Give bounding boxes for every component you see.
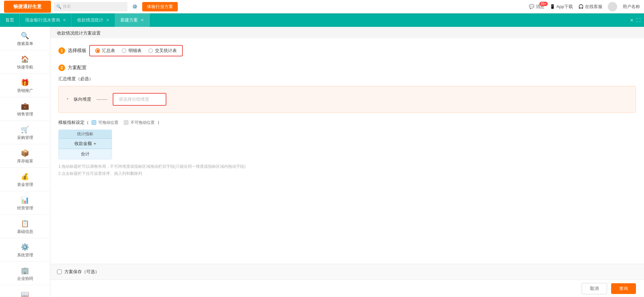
sidebar: 🔍 搜索菜单 🏠 快捷导航 🎁 营销推广 💼 销售管理 🛒 采购管理 📦 库存核… xyxy=(0,27,50,297)
settings-form: 1 选择模板 汇总表 明细表 xyxy=(50,38,644,264)
sidebar-item-finance[interactable]: 💰 资金管理 xyxy=(0,168,50,191)
step2-num: 2 xyxy=(58,64,65,71)
topbar: 畅捷通好生意 🔍 搜索 ⚙️ 体验行业方案 💬 消息 99+ 📱 App下载 🎧… xyxy=(0,0,644,13)
stats-table: 统计指标 收款金额 ▾ 合计 xyxy=(58,130,112,159)
non-draggable-legend-text: 不可拖动位置 xyxy=(130,120,155,126)
step1-label: 1 选择模板 汇总表 明细表 xyxy=(58,45,636,56)
dimension-area: * 纵向维度 —— 请选择分组维度 xyxy=(58,86,636,113)
app-logo: 畅捷通好生意 xyxy=(4,1,51,13)
radio-detail[interactable]: 明细表 xyxy=(122,48,142,54)
sidebar-item-inventory[interactable]: 📦 库存核算 xyxy=(0,144,50,168)
settings-icon[interactable]: ⚙️ xyxy=(130,2,140,11)
nav-tabs: 首页 现金银行流水查询 ✕ 收款情况统计 ✕ 新建方案 ✕ ✕ ⛶ xyxy=(0,13,644,27)
step2-title: 方案配置 xyxy=(68,65,87,71)
stats-table-header-section: 统计指标 xyxy=(59,130,112,139)
avatar[interactable] xyxy=(608,2,617,11)
message-icon: 💬 xyxy=(529,4,534,9)
radio-summary-dot xyxy=(95,48,100,53)
sales-icon: 💼 xyxy=(21,102,29,110)
tab-cashflow-close[interactable]: ✕ xyxy=(63,18,66,22)
step1-num: 1 xyxy=(58,47,65,54)
tab-new-plan[interactable]: 新建方案 ✕ xyxy=(115,13,150,27)
template-options-box: 汇总表 明细表 交叉统计表 xyxy=(89,45,183,56)
tab-cashflow[interactable]: 现金银行流水查询 ✕ xyxy=(20,13,72,27)
tab-receivables-close[interactable]: ✕ xyxy=(106,18,109,22)
footer: 取消 查询 xyxy=(50,280,644,297)
draggable-legend-text: 可拖动位置 xyxy=(98,120,118,126)
sidebar-item-enterprise[interactable]: 🏢 企业协同 xyxy=(0,262,50,285)
expand-icon[interactable]: ⛶ xyxy=(636,18,641,23)
tip-2: 2.点击标题栏下拉可设置排序、插入列和删除列 xyxy=(58,171,636,177)
basic-info-icon: 📋 xyxy=(21,219,29,228)
online-service-button[interactable]: 🎧 在线客服 xyxy=(578,4,602,10)
stats-table-area: 统计指标 收款金额 ▾ 合计 xyxy=(58,130,636,160)
step2-label: 2 方案配置 xyxy=(58,64,636,71)
save-label: 方案保存（可选） xyxy=(64,269,99,275)
step2-section: 2 方案配置 汇总维度（必选） * 纵向维度 —— 请选择分组维度 xyxy=(58,64,636,181)
service-icon: 🎧 xyxy=(578,4,584,9)
stats-table-header-label: 统计指标 xyxy=(77,132,93,136)
cancel-button[interactable]: 取消 xyxy=(582,283,607,294)
tab-home[interactable]: 首页 xyxy=(0,13,20,27)
trial-button[interactable]: 体验行业方案 xyxy=(142,2,178,11)
username: 用户名称 xyxy=(623,4,640,10)
dimension-select[interactable]: 请选择分组维度 xyxy=(113,93,166,106)
operations-icon: 📊 xyxy=(21,196,29,204)
sidebar-item-system[interactable]: ⚙️ 系统管理 xyxy=(0,238,50,262)
sidebar-item-basic-info[interactable]: 📋 基础信息 xyxy=(0,215,50,238)
tip-1: 1.拖动标题栏可以调整布局，不可跨维度或指标区域拖动栏目字段(只能在同一维度或指… xyxy=(58,164,636,169)
query-button[interactable]: 查询 xyxy=(611,283,636,294)
quick-nav-icon: 🏠 xyxy=(21,55,29,63)
radio-summary[interactable]: 汇总表 xyxy=(95,48,115,54)
dimension-section-title: 汇总维度（必选） xyxy=(58,76,636,82)
radio-cross-dot xyxy=(148,48,153,53)
content-area: 收款情况统计方案设置 1 选择模板 汇总表 xyxy=(50,27,644,297)
sidebar-item-marketing[interactable]: 🎁 营销推广 xyxy=(0,74,50,97)
metrics-setting-label: 模板指标设定（ 可拖动位置 不可拖动位置 ） xyxy=(58,119,636,126)
column-header-cell[interactable]: 收款金额 ▾ xyxy=(59,139,112,149)
enterprise-icon: 🏢 xyxy=(21,266,29,275)
sidebar-item-purchase[interactable]: 🛒 采购管理 xyxy=(0,121,50,144)
stats-total-row: 合计 xyxy=(59,149,112,159)
sidebar-item-guide[interactable]: 📖 新手引导 xyxy=(0,285,50,297)
sidebar-item-operations[interactable]: 📊 经营管理 xyxy=(0,191,50,215)
row-dimension-label: 纵向维度 xyxy=(74,96,91,102)
config-section: 汇总维度（必选） * 纵向维度 —— 请选择分组维度 模 xyxy=(58,76,636,181)
search-menu-icon: 🔍 xyxy=(21,32,29,40)
draggable-legend-box xyxy=(92,120,96,125)
sidebar-item-sales[interactable]: 💼 销售管理 xyxy=(0,97,50,121)
finance-icon: 💰 xyxy=(21,172,29,181)
draggable-legend: 可拖动位置 xyxy=(92,120,118,126)
non-draggable-legend: 不可拖动位置 xyxy=(124,120,155,126)
download-icon: 📱 xyxy=(550,4,555,9)
message-button[interactable]: 💬 消息 99+ xyxy=(529,4,544,10)
search-icon: 🔍 xyxy=(56,4,61,9)
tips-section: 1.拖动标题栏可以调整布局，不可跨维度或指标区域拖动栏目字段(只能在同一维度或指… xyxy=(58,160,636,181)
close-window-icon[interactable]: ✕ xyxy=(630,18,634,23)
inventory-icon: 📦 xyxy=(21,149,29,157)
metrics-section: 模板指标设定（ 可拖动位置 不可拖动位置 ） xyxy=(58,119,636,160)
step1-section: 1 选择模板 汇总表 明细表 xyxy=(58,45,636,56)
dropdown-arrow-icon: ▾ xyxy=(94,142,96,146)
required-star: * xyxy=(67,97,68,102)
sidebar-item-quick-nav[interactable]: 🏠 快捷导航 xyxy=(0,50,50,74)
sidebar-item-search-menu[interactable]: 🔍 搜索菜单 xyxy=(0,27,50,50)
topbar-right: 💬 消息 99+ 📱 App下载 🎧 在线客服 用户名称 xyxy=(529,2,640,11)
guide-icon: 📖 xyxy=(21,290,29,297)
search-bar[interactable]: 🔍 搜索 xyxy=(54,2,127,11)
step1-title: 选择模板 xyxy=(68,48,87,54)
tab-new-plan-close[interactable]: ✕ xyxy=(141,18,144,22)
save-section: 方案保存（可选） xyxy=(50,264,644,280)
tab-controls: ✕ ⛶ xyxy=(627,18,644,23)
system-icon: ⚙️ xyxy=(21,243,29,251)
radio-cross[interactable]: 交叉统计表 xyxy=(148,48,177,54)
tab-receivables[interactable]: 收款情况统计 ✕ xyxy=(72,13,115,27)
radio-detail-dot xyxy=(122,48,126,53)
app-download-button[interactable]: 📱 App下载 xyxy=(550,4,573,10)
message-badge: 99+ xyxy=(539,2,548,6)
save-checkbox[interactable] xyxy=(57,269,62,274)
purchase-icon: 🛒 xyxy=(21,126,29,134)
main-layout: 🔍 搜索菜单 🏠 快捷导航 🎁 营销推广 💼 销售管理 🛒 采购管理 📦 库存核… xyxy=(0,27,644,297)
search-placeholder: 搜索 xyxy=(63,4,71,9)
dimension-arrow: —— xyxy=(97,96,107,102)
